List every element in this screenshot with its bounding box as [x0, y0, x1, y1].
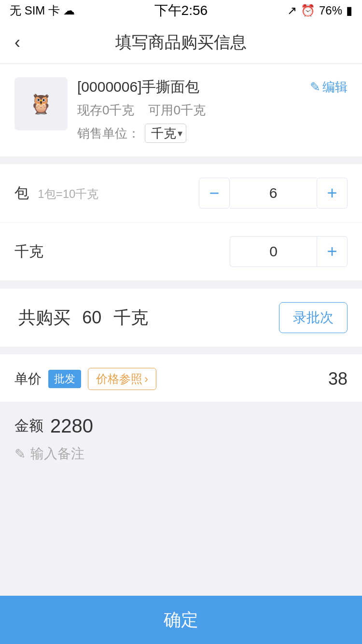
- product-section: 🦉 [0000006]手撕面包 ✎ 编辑 现存0千克 可用0千克 销售单位： 千…: [0, 64, 362, 156]
- package-minus-button[interactable]: −: [199, 178, 230, 209]
- unit-select-wrapper[interactable]: 千克: [145, 124, 186, 143]
- product-stock: 现存0千克 可用0千克: [77, 102, 348, 119]
- kilogram-quantity-control: +: [230, 236, 348, 267]
- edit-icon: ✎: [310, 80, 320, 95]
- unit-select[interactable]: 千克: [145, 124, 186, 143]
- kilogram-label: 千克: [14, 242, 230, 262]
- batch-button[interactable]: 录批次: [279, 302, 348, 333]
- unit-prefix-label: 销售单位：: [77, 125, 140, 142]
- product-unit-row: 销售单位： 千克: [77, 124, 348, 143]
- kilogram-quantity-input[interactable]: [230, 236, 317, 267]
- edit-label: 编辑: [322, 79, 348, 96]
- stock-label: 现存0千克: [77, 103, 134, 117]
- total-section: 共购买 60 千克 录批次: [0, 289, 362, 347]
- location-icon: ↗: [287, 4, 297, 17]
- package-quantity-control: − +: [199, 178, 348, 209]
- remark-row[interactable]: ✎ 输入备注: [14, 445, 348, 463]
- nav-bar: ‹ 填写商品购买信息: [0, 21, 362, 64]
- battery-icon: ▮: [346, 4, 352, 17]
- status-right: ↗ ⏰ 76% ▮: [287, 4, 352, 17]
- price-section: 单价 批发 价格参照 › 38: [0, 354, 362, 402]
- page-title: 填写商品购买信息: [115, 31, 247, 54]
- status-bar: 无 SIM 卡 ☁ 下午2:56 ↗ ⏰ 76% ▮: [0, 0, 362, 21]
- remark-placeholder: 输入备注: [30, 445, 84, 463]
- no-sim-label: 无 SIM 卡 ☁: [10, 3, 75, 18]
- total-suffix: 千克: [113, 308, 148, 327]
- package-label: 包 1包=10千克: [14, 183, 199, 203]
- battery-label: 76%: [319, 4, 342, 17]
- product-image: 🦉: [14, 77, 68, 130]
- status-left: 无 SIM 卡 ☁: [10, 3, 75, 18]
- price-row: 单价 批发 价格参照 › 38: [14, 368, 348, 390]
- amount-section: 金额 2280 ✎ 输入备注: [0, 402, 362, 473]
- edit-button[interactable]: ✎ 编辑: [310, 79, 348, 96]
- total-prefix: 共购买: [18, 308, 70, 327]
- wholesale-badge: 批发: [48, 370, 81, 388]
- package-row: 包 1包=10千克 − +: [0, 164, 362, 223]
- package-quantity-input[interactable]: [230, 178, 317, 209]
- confirm-bar[interactable]: 确定: [0, 596, 362, 644]
- product-logo-icon: 🦉: [29, 93, 53, 115]
- product-info: [0000006]手撕面包 ✎ 编辑 现存0千克 可用0千克 销售单位： 千克: [77, 77, 348, 143]
- total-label: 共购买 60 千克: [14, 306, 152, 330]
- price-ref-arrow-icon: ›: [144, 372, 148, 386]
- price-value: 38: [328, 369, 348, 389]
- price-ref-label: 价格参照: [96, 371, 142, 387]
- product-name: [0000006]手撕面包: [77, 77, 199, 97]
- available-label: 可用0千克: [148, 103, 205, 117]
- amount-row: 金额 2280: [14, 415, 348, 437]
- price-reference-button[interactable]: 价格参照 ›: [88, 368, 156, 390]
- amount-value: 2280: [50, 415, 93, 437]
- package-plus-button[interactable]: +: [317, 178, 348, 209]
- status-time: 下午2:56: [154, 1, 208, 20]
- back-button[interactable]: ‹: [14, 32, 20, 53]
- quantity-section: 包 1包=10千克 − + 千克 +: [0, 164, 362, 281]
- total-amount: 60: [82, 308, 101, 327]
- confirm-button-label: 确定: [164, 608, 198, 632]
- alarm-icon: ⏰: [301, 4, 315, 17]
- price-label: 单价: [14, 370, 42, 388]
- package-hint: 1包=10千克: [38, 187, 98, 200]
- remark-icon: ✎: [14, 446, 26, 462]
- kilogram-plus-button[interactable]: +: [317, 236, 348, 267]
- amount-label: 金额: [14, 416, 43, 436]
- product-name-row: [0000006]手撕面包 ✎ 编辑: [77, 77, 348, 97]
- kilogram-row: 千克 +: [0, 223, 362, 281]
